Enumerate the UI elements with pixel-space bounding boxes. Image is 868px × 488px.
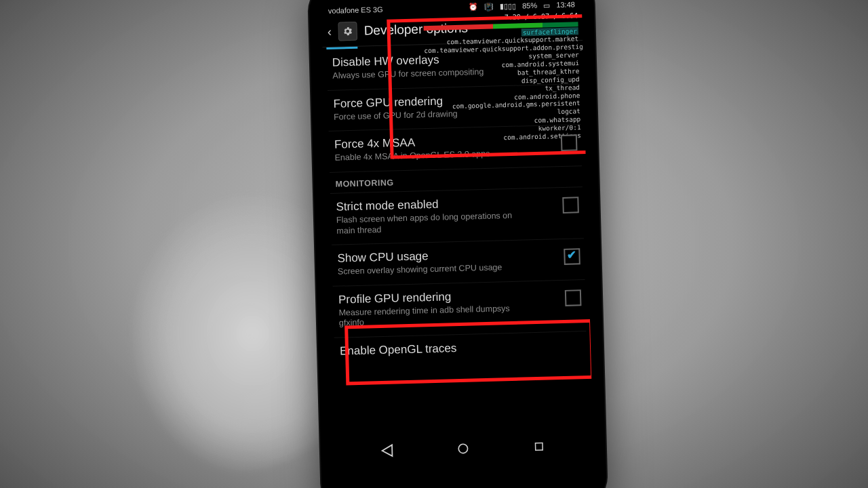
alarm-icon: ⏰	[469, 3, 478, 12]
item-title: Strict mode enabled	[336, 194, 577, 214]
item-enable-opengl-traces[interactable]: Enable OpenGL traces	[334, 331, 587, 367]
item-title: Force GPU rendering	[333, 91, 574, 110]
checkbox[interactable]	[565, 289, 582, 306]
carrier-label: vodafone ES 3G	[328, 5, 383, 15]
signal-icon: ▮▯▯▯	[500, 1, 516, 11]
settings-list[interactable]: Disable HW overlays Always use GPU for s…	[322, 43, 591, 367]
nav-back-icon[interactable]	[380, 443, 395, 459]
item-strict-mode[interactable]: Strict mode enabled Flash screen when ap…	[330, 187, 584, 245]
item-show-cpu-usage[interactable]: Show CPU usage Screen overlay showing cu…	[332, 239, 585, 286]
item-disable-hw-overlays[interactable]: Disable HW overlays Always use GPU for s…	[326, 43, 579, 90]
nav-recents-icon[interactable]	[532, 439, 547, 455]
svg-rect-1	[535, 443, 542, 451]
checkbox[interactable]	[562, 197, 579, 214]
item-title: Show CPU usage	[337, 245, 578, 265]
phone-frame: vodafone ES 3G ⏰ 📳 ▮▯▯▯ 85% ▭ 13:48 7.39…	[309, 0, 607, 488]
checkbox-checked[interactable]	[564, 248, 580, 265]
status-right: ⏰ 📳 ▮▯▯▯ 85% ▭ 13:48	[465, 0, 575, 12]
item-profile-gpu-rendering[interactable]: Profile GPU rendering Measure rendering …	[333, 280, 587, 338]
phone-screen: vodafone ES 3G ⏰ 📳 ▮▯▯▯ 85% ▭ 13:48 7.39…	[321, 0, 594, 471]
nav-home-icon[interactable]	[456, 441, 471, 457]
item-title: Force 4x MSAA	[334, 132, 576, 152]
checkbox[interactable]	[561, 135, 578, 152]
back-icon[interactable]: ‹	[327, 24, 332, 39]
item-title: Enable OpenGL traces	[340, 338, 581, 358]
clock: 13:48	[556, 1, 575, 9]
item-force-4x-msaa[interactable]: Force 4x MSAA Enable 4x MSAA in OpenGL E…	[329, 125, 582, 172]
item-force-gpu-rendering[interactable]: Force GPU rendering Force use of GPU for…	[328, 84, 580, 131]
android-nav-bar	[332, 432, 593, 466]
vibrate-icon: 📳	[484, 2, 494, 11]
battery-icon: ▭	[543, 1, 550, 9]
item-title: Profile GPU rendering	[338, 287, 580, 306]
item-subtitle: Flash screen when apps do long operation…	[336, 211, 513, 237]
settings-gear-icon[interactable]	[338, 22, 357, 41]
item-title: Disable HW overlays	[332, 49, 574, 69]
item-subtitle: Measure rendering time in adb shell dump…	[338, 304, 515, 329]
battery-pct: 85%	[522, 1, 537, 10]
svg-point-0	[458, 444, 468, 453]
